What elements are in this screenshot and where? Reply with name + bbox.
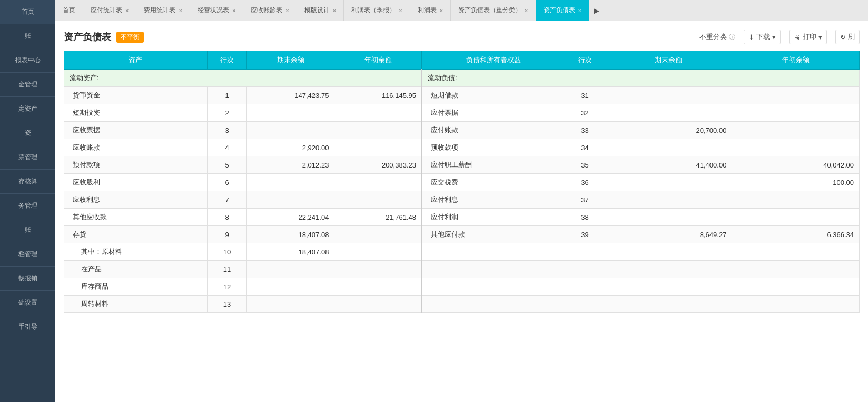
cell-right-name-10 [422, 243, 565, 261]
sidebar-item-7[interactable]: 存核算 [0, 170, 55, 194]
cell-right-year-5: 40,042.00 [732, 156, 860, 174]
cell-right-row-6: 36 [565, 174, 605, 191]
sidebar-item-3[interactable]: 金管理 [0, 73, 55, 97]
sidebar-item-2[interactable]: 报表中心 [0, 48, 55, 73]
tab-3[interactable]: 经营状况表× [190, 0, 243, 21]
header-year-start2: 年初余额 [732, 51, 860, 70]
cell-left-period-5: 2,012.23 [247, 156, 334, 174]
table-row: 应收账款42,920.00预收款项34 [64, 139, 860, 156]
table-row: 应收票据3应付账款3320,700.00 [64, 122, 860, 139]
tab-2[interactable]: 费用统计表× [136, 0, 190, 21]
cell-left-period-8: 22,241.04 [247, 209, 334, 226]
cell-left-year-12 [334, 278, 422, 296]
cell-left-period-4: 2,920.00 [247, 139, 334, 156]
tab-close-4[interactable]: × [285, 7, 289, 14]
cell-right-name-7: 应付利息 [422, 191, 565, 209]
tab-close-1[interactable]: × [125, 7, 129, 14]
sidebar-item-6[interactable]: 票管理 [0, 145, 55, 170]
cell-left-year-5: 200,383.23 [334, 156, 422, 174]
tab-7[interactable]: 利润表× [410, 0, 451, 21]
page-title-area: 资产负债表 不平衡 [64, 31, 144, 43]
tab-label-1: 应付统计表 [91, 6, 122, 15]
cell-right-name-4: 预收款项 [422, 139, 565, 156]
sidebar-item-9[interactable]: 账 [0, 218, 55, 242]
tab-label-5: 模版设计 [304, 6, 330, 15]
tab-8[interactable]: 资产负债表（重分类）× [451, 0, 536, 21]
cell-left-row-13: 13 [207, 296, 247, 313]
tab-label-8: 资产负债表（重分类） [458, 6, 521, 15]
cell-left-row-8: 8 [207, 209, 247, 226]
tab-close-6[interactable]: × [399, 7, 402, 14]
cell-left-year-13 [334, 296, 422, 313]
cell-right-name-13 [422, 296, 565, 313]
download-arrow-icon: ▾ [772, 33, 776, 41]
sidebar-item-12[interactable]: 础设置 [0, 291, 55, 315]
tab-close-9[interactable]: × [578, 7, 581, 14]
sidebar-item-5[interactable]: 资 [0, 121, 55, 145]
cell-right-name-12 [422, 278, 565, 296]
cell-right-year-13 [732, 296, 860, 313]
sidebar-item-10[interactable]: 档管理 [0, 242, 55, 267]
cell-right-period-2 [605, 104, 732, 122]
cell-right-row-12 [565, 278, 605, 296]
cell-right-period-12 [605, 278, 732, 296]
cell-left-period-11 [247, 261, 334, 278]
cell-right-name-9: 其他应付款 [422, 226, 565, 243]
cell-left-name-2: 短期投资 [64, 104, 208, 122]
cell-left-row-4: 4 [207, 139, 247, 156]
cell-left-row-12: 12 [207, 278, 247, 296]
cell-right-row-5: 35 [565, 156, 605, 174]
tab-0[interactable]: 首页 [55, 0, 83, 21]
cell-right-period-3: 20,700.00 [605, 122, 732, 139]
print-button[interactable]: 🖨 打印 ▾ [789, 30, 827, 44]
sidebar-item-1[interactable]: 账 [0, 24, 55, 48]
download-button[interactable]: ⬇ 下载 ▾ [744, 30, 781, 44]
cell-right-year-1 [732, 87, 860, 104]
tab-9[interactable]: 资产负债表× [536, 0, 589, 21]
tab-label-9: 资产负债表 [544, 6, 575, 15]
cell-right-name-1: 短期借款 [422, 87, 565, 104]
cell-left-name-11: 在产品 [64, 261, 208, 278]
cell-right-year-9: 6,366.34 [732, 226, 860, 243]
print-icon: 🖨 [794, 33, 801, 41]
tab-4[interactable]: 应收账龄表× [243, 0, 297, 21]
tab-5[interactable]: 模版设计× [297, 0, 344, 21]
cell-right-year-7 [732, 191, 860, 209]
refresh-button[interactable]: ↻ 刷 [835, 30, 860, 44]
no-classify-toggle[interactable]: 不重分类 ⓘ [699, 32, 735, 42]
cell-left-year-4 [334, 139, 422, 156]
tab-6[interactable]: 利润表（季报）× [344, 0, 410, 21]
cell-right-year-3 [732, 122, 860, 139]
tab-scroll-arrow[interactable]: ▶ [589, 6, 604, 15]
sidebar-item-0[interactable]: 首页 [0, 0, 55, 24]
cell-right-name-11 [422, 261, 565, 278]
download-label: 下载 [756, 32, 770, 42]
help-icon: ⓘ [729, 33, 735, 42]
cell-left-row-3: 3 [207, 122, 247, 139]
header-period-end: 期末余额 [247, 51, 334, 70]
tab-label-0: 首页 [63, 6, 75, 15]
cell-right-year-4 [732, 139, 860, 156]
table-row: 存货918,407.08其他应付款398,649.276,366.34 [64, 226, 860, 243]
tab-close-5[interactable]: × [333, 7, 336, 14]
tab-close-7[interactable]: × [440, 7, 443, 14]
sidebar-item-4[interactable]: 定资产 [0, 97, 55, 121]
tab-close-8[interactable]: × [525, 7, 528, 14]
cell-right-row-7: 37 [565, 191, 605, 209]
unbalanced-badge: 不平衡 [116, 32, 144, 43]
report-table: 资产 行次 期末余额 年初余额 负债和所有者权益 行次 期末余额 年初余额 流动… [64, 51, 860, 313]
header-assets: 资产 [64, 51, 208, 70]
sidebar-item-11[interactable]: 畅报销 [0, 267, 55, 291]
tab-close-2[interactable]: × [179, 7, 182, 14]
page-header: 资产负债表 不平衡 不重分类 ⓘ ⬇ 下载 ▾ 🖨 打印 ▾ [64, 30, 860, 44]
cell-right-period-6 [605, 174, 732, 191]
tab-close-3[interactable]: × [232, 7, 235, 14]
sidebar-item-8[interactable]: 务管理 [0, 194, 55, 218]
sidebar-item-13[interactable]: 手引导 [0, 315, 55, 339]
cell-left-period-12 [247, 278, 334, 296]
tab-1[interactable]: 应付统计表× [83, 0, 136, 21]
cell-left-name-12: 库存商品 [64, 278, 208, 296]
cell-left-year-7 [334, 191, 422, 209]
cell-right-row-11 [565, 261, 605, 278]
main-area: 首页应付统计表×费用统计表×经营状况表×应收账龄表×模版设计×利润表（季报）×利… [55, 0, 868, 402]
